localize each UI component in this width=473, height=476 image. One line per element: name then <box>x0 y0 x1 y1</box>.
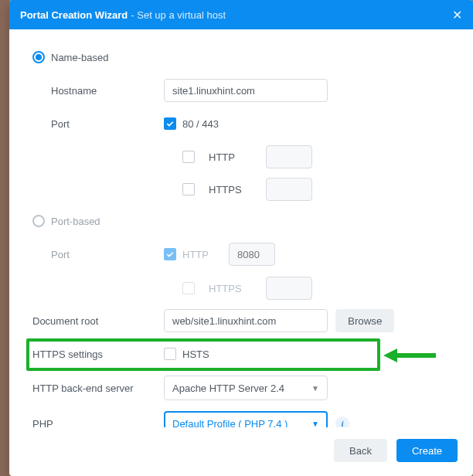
hsts-label: HSTS <box>182 348 209 360</box>
port-based-option[interactable]: Port-based <box>32 210 450 232</box>
dialog-body: Name-based Hostname Port 80 / 443 HTTP H… <box>9 29 473 427</box>
document-root-label: Document root <box>32 315 164 327</box>
create-button[interactable]: Create <box>396 439 458 462</box>
backend-select[interactable]: Apache HTTP Server 2.4 ▼ <box>164 376 328 400</box>
backend-value: Apache HTTP Server 2.4 <box>172 382 311 394</box>
https-label: HTTPS <box>209 184 258 196</box>
titlebar: Portal Creation Wizard - Set up a virtua… <box>9 0 473 29</box>
pb-http-label: HTTP <box>182 249 229 260</box>
http-label: HTTP <box>209 151 258 163</box>
browse-button[interactable]: Browse <box>335 309 394 332</box>
radio-port-based[interactable] <box>32 215 45 227</box>
https-settings-label: HTTPS settings <box>32 348 164 360</box>
php-info-icon[interactable]: i <box>335 416 349 427</box>
name-based-option[interactable]: Name-based <box>32 46 450 68</box>
port-based-port-label: Port <box>51 249 164 260</box>
port-default-checkbox[interactable] <box>164 117 176 130</box>
hostname-input[interactable] <box>164 79 328 102</box>
back-button[interactable]: Back <box>334 439 387 462</box>
backend-label: HTTP back-end server <box>32 382 164 394</box>
php-select[interactable]: Default Profile ( PHP 7.4 ) ▼ <box>164 411 328 427</box>
hostname-label: Hostname <box>51 85 164 97</box>
chevron-down-icon: ▼ <box>311 420 319 428</box>
hsts-checkbox[interactable] <box>164 348 176 360</box>
php-value: Default Profile ( PHP 7.4 ) <box>172 418 311 428</box>
https-checkbox[interactable] <box>182 183 195 196</box>
document-root-input[interactable] <box>164 309 328 332</box>
name-based-label: Name-based <box>51 52 108 63</box>
portal-creation-wizard-dialog: Portal Creation Wizard - Set up a virtua… <box>9 0 473 476</box>
dialog-title: Portal Creation Wizard <box>20 9 128 21</box>
http-checkbox[interactable] <box>182 151 195 163</box>
chevron-down-icon: ▼ <box>311 384 319 393</box>
php-label: PHP <box>32 418 164 428</box>
dialog-subtitle: - Set up a virtual host <box>131 9 226 21</box>
pb-https-port-input <box>266 277 312 300</box>
pb-https-label: HTTPS <box>209 283 258 294</box>
port-based-label: Port-based <box>51 216 100 227</box>
port-default-label: 80 / 443 <box>182 118 219 130</box>
close-icon[interactable]: ✕ <box>452 8 462 22</box>
https-port-input[interactable] <box>266 178 312 201</box>
pb-http-checkbox <box>164 248 176 260</box>
dialog-footer: Back Create <box>9 427 473 476</box>
port-label: Port <box>51 118 164 130</box>
pb-https-checkbox <box>182 282 195 294</box>
pb-http-port-input <box>229 243 275 266</box>
radio-name-based[interactable] <box>32 51 45 63</box>
http-port-input[interactable] <box>266 145 312 168</box>
